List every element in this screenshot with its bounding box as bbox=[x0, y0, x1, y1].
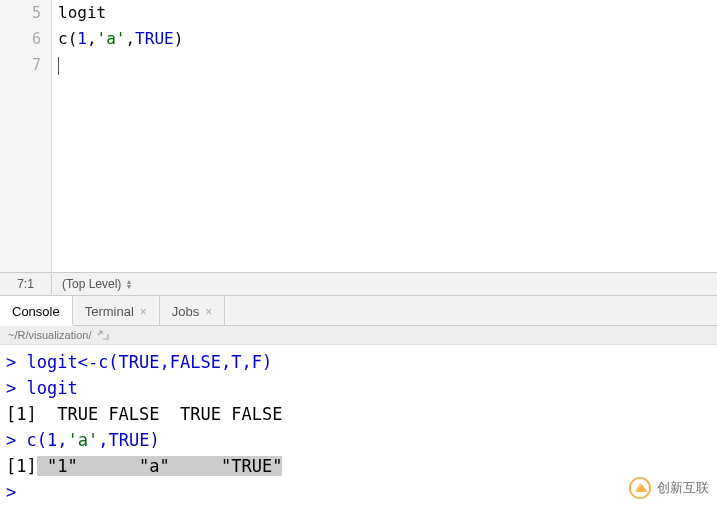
console-input: logit bbox=[26, 378, 77, 398]
updown-icon: ▲▼ bbox=[125, 279, 132, 289]
console-input: , bbox=[98, 430, 108, 450]
scope-label: (Top Level) bbox=[62, 277, 121, 291]
code-fn: c bbox=[58, 29, 68, 48]
output-value: TRUE bbox=[37, 404, 98, 424]
line-number-gutter: 5 6 7 bbox=[0, 0, 52, 272]
code-sep: , bbox=[125, 29, 135, 48]
console-input: ) bbox=[149, 430, 159, 450]
console-input: logit<-c( bbox=[26, 352, 118, 372]
editor-pane: 5 6 7 logit c(1,'a',TRUE) bbox=[0, 0, 717, 272]
line-number: 5 bbox=[0, 0, 41, 26]
tab-terminal[interactable]: Terminal × bbox=[73, 296, 160, 325]
logo-icon bbox=[629, 477, 651, 499]
working-directory[interactable]: ~/R/visualization/ bbox=[8, 329, 91, 341]
output-value: FALSE bbox=[98, 404, 159, 424]
line-number: 7 bbox=[0, 52, 41, 78]
cursor-position[interactable]: 7:1 bbox=[0, 274, 52, 294]
output-value: FALSE bbox=[221, 404, 282, 424]
watermark-text: 创新互联 bbox=[657, 479, 709, 497]
output-value: "a" bbox=[119, 456, 201, 476]
tab-jobs[interactable]: Jobs × bbox=[160, 296, 225, 325]
console-prompt: > bbox=[6, 378, 26, 398]
popout-icon[interactable] bbox=[97, 330, 109, 340]
console-number: 1 bbox=[47, 430, 57, 450]
output-value: "TRUE" bbox=[201, 456, 283, 476]
console-prompt: > bbox=[6, 430, 26, 450]
tab-label: Terminal bbox=[85, 304, 134, 319]
scope-selector[interactable]: (Top Level) ▲▼ bbox=[52, 274, 142, 294]
console-path-bar: ~/R/visualization/ bbox=[0, 326, 717, 345]
console-input: , bbox=[57, 430, 67, 450]
code-string: 'a' bbox=[97, 29, 126, 48]
code-paren: ) bbox=[174, 29, 184, 48]
code-number: 1 bbox=[77, 29, 87, 48]
cursor bbox=[58, 57, 59, 75]
watermark: 创新互联 bbox=[629, 477, 709, 499]
tab-label: Jobs bbox=[172, 304, 199, 319]
code-paren: ( bbox=[68, 29, 78, 48]
output-value: TRUE bbox=[160, 404, 221, 424]
code-editor[interactable]: logit c(1,'a',TRUE) bbox=[52, 0, 717, 272]
console-string: 'a' bbox=[67, 430, 98, 450]
tab-label: Console bbox=[12, 304, 60, 319]
close-icon[interactable]: × bbox=[205, 305, 212, 319]
tab-console[interactable]: Console bbox=[0, 296, 73, 326]
console-prompt: > bbox=[6, 352, 26, 372]
output-index: [1] bbox=[6, 456, 37, 476]
output-value: "1" bbox=[37, 456, 119, 476]
code-keyword: TRUE bbox=[135, 29, 174, 48]
console-keyword: FALSE bbox=[170, 352, 221, 372]
output-highlight: "1" "a" "TRUE" bbox=[37, 456, 283, 476]
console-keyword: TRUE bbox=[119, 352, 160, 372]
console-tabs: Console Terminal × Jobs × bbox=[0, 296, 717, 326]
console-input: c( bbox=[26, 430, 46, 450]
console-input: , bbox=[160, 352, 170, 372]
output-index: [1] bbox=[6, 404, 37, 424]
editor-status-bar: 7:1 (Top Level) ▲▼ bbox=[0, 272, 717, 296]
console-input: ,T,F) bbox=[221, 352, 272, 372]
console-keyword: TRUE bbox=[108, 430, 149, 450]
code-identifier: logit bbox=[58, 3, 106, 22]
code-sep: , bbox=[87, 29, 97, 48]
console-prompt: > bbox=[6, 482, 26, 502]
close-icon[interactable]: × bbox=[140, 305, 147, 319]
console-output[interactable]: > logit<-c(TRUE,FALSE,T,F) > logit [1] T… bbox=[0, 345, 717, 507]
line-number: 6 bbox=[0, 26, 41, 52]
